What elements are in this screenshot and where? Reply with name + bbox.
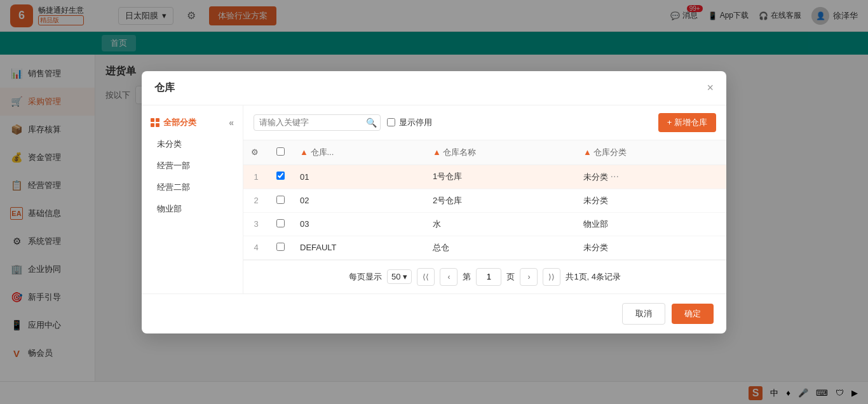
show-disabled-text: 显示停用 bbox=[399, 117, 432, 128]
modal-header: 仓库 × bbox=[142, 71, 726, 105]
sort-icon2: ▲ bbox=[433, 147, 441, 157]
row-code-3: 03 bbox=[292, 212, 425, 236]
modal-body: 全部分类 « 未分类 经营一部 经营二部 物业部 🔍 bbox=[142, 105, 726, 293]
modal-table: ⚙ ▲ 仓库... ▲ bbox=[243, 140, 726, 260]
row-category-2: 未分类 ··· bbox=[576, 189, 726, 212]
row-name-1: 1号仓库 bbox=[425, 165, 576, 189]
modal-overlay: 仓库 × 全部分类 « 未分类 经营一部 经营二部 物业部 bbox=[0, 0, 868, 404]
row-name-4: 总仓 bbox=[425, 236, 576, 259]
cancel-button[interactable]: 取消 bbox=[622, 303, 665, 325]
prev-page-button[interactable]: ‹ bbox=[440, 268, 458, 286]
row-checkbox-1[interactable] bbox=[269, 165, 292, 189]
row-settings-3: 3 bbox=[243, 212, 269, 236]
modal-toolbar: 🔍 显示停用 + 新增仓库 bbox=[243, 105, 726, 140]
last-page-button[interactable]: ⟩⟩ bbox=[543, 268, 560, 286]
row-name-3: 水 bbox=[425, 212, 576, 236]
modal-sidebar: 全部分类 « 未分类 经营一部 经营二部 物业部 bbox=[142, 105, 243, 293]
row-category-3: 物业部 ··· bbox=[576, 212, 726, 236]
page-label: 第 bbox=[463, 271, 471, 283]
total-info: 共1页, 4条记录 bbox=[566, 271, 621, 283]
row-settings-1: 1 bbox=[243, 165, 269, 189]
search-icon[interactable]: 🔍 bbox=[366, 118, 377, 128]
per-page-value: 50 bbox=[391, 272, 400, 281]
row-code-4: DEFAULT bbox=[292, 236, 425, 259]
sort-icon3: ▲ bbox=[583, 147, 592, 157]
select-all-checkbox[interactable] bbox=[276, 147, 285, 156]
sort-icon: ▲ bbox=[300, 147, 308, 157]
table-row[interactable]: 4 DEFAULT 总仓 未分类 ··· bbox=[243, 236, 726, 259]
row-settings-4: 4 bbox=[243, 236, 269, 259]
chevron-icon: ▾ bbox=[403, 272, 407, 281]
search-box: 🔍 bbox=[254, 114, 381, 131]
row-code-1: 01 bbox=[292, 165, 425, 189]
first-page-button[interactable]: ⟨⟨ bbox=[417, 268, 435, 286]
row-checkbox-3[interactable] bbox=[269, 212, 292, 236]
col-name: ▲ 仓库名称 bbox=[425, 140, 576, 165]
search-input[interactable] bbox=[259, 118, 366, 127]
warehouse-table: ⚙ ▲ 仓库... ▲ bbox=[243, 140, 726, 260]
category-item-dept2[interactable]: 经营二部 bbox=[142, 177, 243, 198]
col-category: ▲ 仓库分类 bbox=[576, 140, 726, 165]
modal-main: 🔍 显示停用 + 新增仓库 ⚙ bbox=[243, 105, 726, 293]
warehouse-modal: 仓库 × 全部分类 « 未分类 经营一部 经营二部 物业部 bbox=[142, 71, 726, 333]
new-warehouse-button[interactable]: + 新增仓库 bbox=[658, 113, 716, 132]
show-disabled-label[interactable]: 显示停用 bbox=[387, 117, 432, 128]
settings-col-icon: ⚙ bbox=[251, 147, 259, 157]
more-actions-btn-1[interactable]: ··· bbox=[611, 171, 619, 182]
row-name-2: 2号仓库 bbox=[425, 189, 576, 212]
per-page-select[interactable]: 50 ▾ bbox=[387, 269, 412, 284]
table-body: 1 01 1号仓库 未分类 ··· 2 bbox=[243, 165, 726, 259]
table-header: ⚙ ▲ 仓库... ▲ bbox=[243, 140, 726, 165]
table-row[interactable]: 2 02 2号仓库 未分类 ··· bbox=[243, 189, 726, 212]
all-categories-label: 全部分类 bbox=[163, 117, 196, 128]
grid-icon bbox=[151, 118, 159, 127]
modal-sidebar-all-categories[interactable]: 全部分类 « bbox=[142, 112, 243, 133]
per-page-label: 每页显示 bbox=[349, 271, 382, 283]
row-checkbox-2[interactable] bbox=[269, 189, 292, 212]
row-settings-2: 2 bbox=[243, 189, 269, 212]
row-checkbox-4[interactable] bbox=[269, 236, 292, 259]
page-input[interactable] bbox=[476, 268, 501, 286]
category-item-unclassified[interactable]: 未分类 bbox=[142, 133, 243, 155]
pagination: 每页显示 50 ▾ ⟨⟨ ‹ 第 页 › ⟩⟩ 共1页, 4条记录 bbox=[243, 260, 726, 293]
modal-actions: 取消 确定 bbox=[142, 293, 726, 333]
row-category-4: 未分类 ··· bbox=[576, 236, 726, 259]
collapse-sidebar-button[interactable]: « bbox=[229, 118, 234, 128]
row-category-1: 未分类 ··· bbox=[576, 165, 726, 189]
table-row[interactable]: 1 01 1号仓库 未分类 ··· bbox=[243, 165, 726, 189]
category-item-property[interactable]: 物业部 bbox=[142, 198, 243, 220]
show-disabled-checkbox[interactable] bbox=[387, 118, 395, 126]
modal-title: 仓库 bbox=[154, 81, 175, 95]
col-checkbox bbox=[269, 140, 292, 165]
modal-close-button[interactable]: × bbox=[707, 82, 714, 93]
page-unit: 页 bbox=[506, 271, 515, 283]
col-settings: ⚙ bbox=[243, 140, 269, 165]
confirm-button[interactable]: 确定 bbox=[672, 304, 714, 324]
next-page-button[interactable]: › bbox=[520, 268, 538, 286]
category-item-dept1[interactable]: 经营一部 bbox=[142, 155, 243, 177]
col-code: ▲ 仓库... bbox=[292, 140, 425, 165]
row-code-2: 02 bbox=[292, 189, 425, 212]
table-row[interactable]: 3 03 水 物业部 ··· bbox=[243, 212, 726, 236]
